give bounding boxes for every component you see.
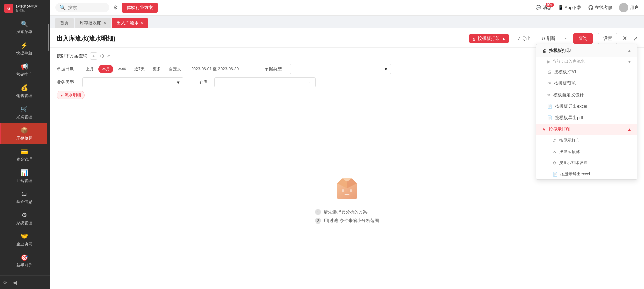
sidebar-item-operations[interactable]: 📊 经营管理 — [0, 166, 47, 187]
messages-badge: 99+ — [546, 3, 554, 7]
template-pdf-icon: 📄 — [547, 115, 552, 120]
coop-icon: 🤝 — [21, 233, 28, 240]
tab-batch[interactable]: 库存批次账 × — [75, 18, 111, 28]
page-title: 出入库流水(流水明细) — [57, 34, 115, 43]
template-excel-label: 按模板导出excel — [555, 103, 587, 109]
sidebar-item-sales[interactable]: 💰 销售管理 — [0, 81, 47, 102]
online-service-label: 在线客服 — [595, 5, 612, 11]
tip-num-1: 1 — [315, 209, 321, 215]
dropdown-chevron-up[interactable]: ▲ — [627, 48, 632, 53]
sidebar-item-label: 库存核算 — [16, 135, 32, 141]
tip-text-1: 请先选择要分析的方案 — [324, 209, 368, 215]
sidebar-item-purchase[interactable]: 🛒 采购管理 — [0, 102, 47, 123]
date-tab-last-month[interactable]: 上月 — [82, 65, 97, 73]
shortcut-icon: ⚡ — [21, 42, 28, 49]
dropdown-display-export-excel[interactable]: 📄 按显示导出excel — [536, 168, 637, 179]
flow-detail-chip[interactable]: ● 流水明细 — [57, 91, 85, 99]
filter-add-btn[interactable]: + — [90, 52, 97, 60]
dropdown-template-customize[interactable]: ✏ 模板自定义设计 — [536, 89, 637, 101]
sidebar-item-label: 搜索菜单 — [16, 29, 32, 35]
tab-flow-close[interactable]: × — [141, 21, 143, 25]
display-print-label: 按显示打印 — [559, 138, 580, 143]
sidebar-item-label: 营销推广 — [16, 72, 32, 77]
sidebar-item-label: 新手引导 — [16, 263, 32, 268]
dropdown-template-preview[interactable]: 👁 按模板预览 — [536, 78, 637, 89]
user-avatar[interactable]: 用户 — [619, 3, 639, 12]
print-btn[interactable]: 🖨 按模板打印 ▲ — [469, 34, 509, 43]
warehouse-select[interactable]: ··· — [214, 77, 316, 87]
user-name: 用户 — [630, 5, 639, 11]
filter-collapse-icon[interactable]: « — [107, 53, 110, 59]
refresh-btn[interactable]: ↺ 刷新 — [539, 34, 558, 43]
tab-home[interactable]: 首页 — [55, 18, 74, 28]
industry-btn[interactable]: 体验行业方案 — [122, 3, 158, 13]
ellipsis-more-btn[interactable]: ··· — [563, 35, 568, 42]
headset-icon: 🎧 — [588, 5, 593, 10]
dropdown-display-group-header[interactable]: 🖨 按显示打印 ▲ — [536, 124, 637, 135]
date-tab-7days[interactable]: 近7天 — [131, 65, 148, 73]
dropdown-display-print[interactable]: 🖨 按显示打印 — [536, 135, 637, 146]
sidebar-item-basic[interactable]: 🗂 基础信息 — [0, 187, 47, 208]
purchase-icon: 🛒 — [21, 105, 28, 113]
date-tab-this-year[interactable]: 本年 — [115, 65, 129, 73]
tab-home-label: 首页 — [60, 20, 69, 26]
sidebar-item-finance[interactable]: 💳 资金管理 — [0, 144, 47, 166]
messages-btn[interactable]: 💬 消息 99+ — [536, 5, 551, 11]
fullscreen-btn[interactable]: ⤢ — [633, 35, 637, 42]
voucher-type-label: 单据类型 — [264, 66, 285, 72]
export-btn[interactable]: ↗ 导出 — [514, 34, 533, 43]
sidebar-item-guide[interactable]: 🎯 新手引导 — [0, 251, 47, 272]
collapse-sidebar-icon[interactable]: ◀ — [13, 279, 17, 286]
display-settings-icon: ⚙ — [553, 161, 556, 165]
settings-icon[interactable]: ⚙ — [3, 279, 7, 286]
warehouse-label: 仓库 — [199, 79, 209, 85]
tab-flow[interactable]: 出入库流水 × — [112, 18, 148, 28]
sidebar-scrollbar[interactable] — [47, 17, 50, 275]
business-type-select[interactable]: ▼ — [82, 77, 183, 87]
sidebar-item-inventory[interactable]: 📦 库存核算 — [0, 123, 47, 144]
tabbar: 首页 库存批次账 × 出入库流水 × — [50, 16, 644, 28]
query-btn[interactable]: 查询 — [573, 33, 593, 44]
date-tab-custom[interactable]: 自定义 — [166, 65, 184, 73]
operations-icon: 📊 — [21, 169, 28, 177]
topbar-search-box[interactable]: 🔍 — [55, 3, 109, 12]
sidebar-item-coop[interactable]: 🤝 企业协同 — [0, 229, 47, 251]
dropdown-template-print[interactable]: 🖨 按模板打印 — [536, 66, 637, 78]
sidebar-item-label: 系统管理 — [16, 220, 32, 226]
tab-batch-label: 库存批次账 — [80, 20, 101, 26]
search-icon: 🔍 — [59, 4, 66, 11]
main-area: 🔍 ⚙ 体验行业方案 💬 消息 99+ 📱 App下载 🎧 在线客服 用户 — [50, 0, 644, 289]
warehouse-ellipsis[interactable]: ··· — [309, 80, 313, 85]
sidebar-item-shortcut[interactable]: ⚡ 快捷导航 — [0, 38, 47, 59]
topbar-gear-icon[interactable]: ⚙ — [113, 4, 118, 11]
filter-gear-icon[interactable]: ⚙ — [100, 53, 105, 59]
online-service-btn[interactable]: 🎧 在线客服 — [588, 5, 612, 11]
sidebar-item-label: 采购管理 — [16, 114, 32, 120]
dropdown-display-preview[interactable]: 👁 按显示预览 — [536, 146, 637, 157]
svg-point-4 — [342, 189, 344, 192]
dropdown-scroll[interactable]: 🖨 按模板打印 ▲ ▶ 当前：出入库流水 ▼ 🖨 — [536, 44, 637, 179]
tab-batch-close[interactable]: × — [104, 21, 106, 25]
sidebar-item-marketing[interactable]: 📢 营销推广 — [0, 59, 47, 81]
template-customize-label: 模板自定义设计 — [553, 92, 584, 98]
sidebar: 6 畅捷通好生意 标准版 🔍 搜索菜单 ⚡ 快捷导航 📢 营销推广 💰 销售 — [0, 0, 50, 289]
search-input[interactable] — [68, 5, 102, 10]
dropdown-template-export-excel[interactable]: 📄 按模板导出excel — [536, 101, 637, 112]
sidebar-item-app-center[interactable]: 🔲 应用中心 — [0, 272, 47, 275]
inventory-icon: 📦 — [21, 127, 28, 134]
date-tab-more[interactable]: 更多 — [149, 65, 164, 73]
chip-label: 流水明细 — [65, 92, 81, 98]
dropdown-display-print-settings[interactable]: ⚙ 按显示打印设置 — [536, 157, 637, 168]
display-group-icon: 🖨 — [542, 127, 546, 132]
empty-tips: 1 请先选择要分析的方案 2 用[过滤]条件来缩小分析范围 — [315, 209, 379, 224]
page-close-btn[interactable]: ✕ — [622, 35, 627, 42]
sidebar-item-system[interactable]: ⚙ 系统管理 — [0, 208, 47, 229]
empty-tip-2: 2 用[过滤]条件来缩小分析范围 — [315, 218, 379, 224]
display-group-chevron: ▲ — [627, 127, 632, 132]
voucher-type-select[interactable]: ▼ — [290, 64, 391, 74]
settings-btn[interactable]: 设置 — [598, 33, 617, 44]
dropdown-template-export-pdf[interactable]: 📄 按模板导出pdf — [536, 112, 637, 124]
sidebar-item-search[interactable]: 🔍 搜索菜单 — [0, 17, 47, 38]
date-tab-this-month[interactable]: 本月 — [98, 65, 113, 73]
app-download-btn[interactable]: 📱 App下载 — [558, 5, 581, 11]
